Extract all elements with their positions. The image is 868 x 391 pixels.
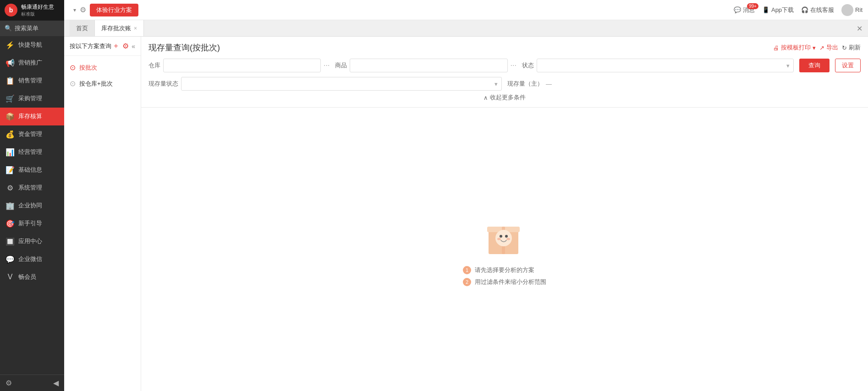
- sidebar-item-system[interactable]: ⚙ 系统管理: [0, 179, 64, 197]
- plan-list: ⊙ 按批次 ⊙ 按仓库+批次: [64, 56, 141, 391]
- warehouse-input[interactable]: [163, 59, 321, 72]
- topbar-gear-icon[interactable]: ⚙: [80, 5, 86, 14]
- step-2-text: 用过滤条件来缩小分析范围: [475, 278, 546, 286]
- collapse-panel-icon[interactable]: «: [132, 43, 135, 50]
- sidebar-item-label: 快捷导航: [18, 41, 42, 49]
- home-tab-label: 首页: [76, 24, 88, 33]
- app-title: 畅康通好生意: [21, 4, 54, 11]
- trial-button[interactable]: 体验行业方案: [90, 4, 138, 16]
- user-name: Rit: [855, 6, 863, 13]
- member-icon: V: [5, 273, 15, 281]
- plan-label: 按仓库+批次: [79, 80, 113, 88]
- status-select[interactable]: ▾: [537, 59, 794, 72]
- finance-icon: 💰: [5, 130, 15, 139]
- sidebar-item-label: 应用中心: [18, 237, 42, 245]
- sidebar-item-inventory[interactable]: 📦 库存核算: [0, 108, 64, 125]
- collapse-sidebar-icon[interactable]: ◀: [53, 379, 59, 387]
- plan-item-batch[interactable]: ⊙ 按批次: [64, 60, 141, 76]
- messages-badge: 99+: [747, 3, 758, 9]
- warehouse-label: 仓库: [148, 61, 160, 70]
- sidebar-item-purchase[interactable]: 🛒 采购管理: [0, 90, 64, 108]
- plan-settings-icon[interactable]: ⚙: [122, 42, 129, 50]
- content: 按以下方案查询 ＋ ⚙ « ⊙ 按批次 ⊙ 按仓库+批次: [64, 37, 868, 391]
- phone-icon: 📱: [762, 6, 769, 13]
- quick-nav-icon: ⚡: [5, 41, 15, 49]
- app-logo: b: [5, 4, 17, 16]
- settings-icon[interactable]: ⚙: [5, 379, 12, 387]
- status-label: 状态: [522, 61, 534, 70]
- empty-step-2: 2 用过滤条件来缩小分析范围: [463, 278, 546, 286]
- left-panel-actions: ＋ ⚙ «: [112, 41, 135, 51]
- sidebar: b 畅康通好生意 标准版 🔍 搜索菜单 ⚡ 快捷导航 📢 营销推广 📋 销售管理…: [0, 0, 64, 391]
- purchase-icon: 🛒: [5, 94, 15, 103]
- sidebar-item-label: 系统管理: [18, 184, 42, 192]
- collapse-filters-button[interactable]: ∧ 收起更多条件: [148, 91, 861, 102]
- plan-label: 按批次: [79, 64, 97, 72]
- sidebar-item-label: 企业微信: [18, 255, 42, 263]
- sidebar-item-finance[interactable]: 💰 资金管理: [0, 125, 64, 143]
- avatar: [841, 4, 853, 16]
- sidebar-item-appstore[interactable]: 🔲 应用中心: [0, 233, 64, 250]
- page-title: 现存量查询(按批次): [148, 42, 220, 53]
- user-profile[interactable]: Rit: [841, 4, 863, 16]
- guide-icon: 🎯: [5, 219, 15, 228]
- sidebar-item-wechat[interactable]: 💬 企业微信: [0, 250, 64, 268]
- settings-button[interactable]: 设置: [835, 59, 861, 72]
- sidebar-item-label: 销售管理: [18, 76, 42, 85]
- service-icon: 🎧: [801, 6, 808, 13]
- plan-item-warehouse-batch[interactable]: ⊙ 按仓库+批次: [64, 76, 141, 92]
- inventory-status-label: 现存量状态: [148, 80, 178, 88]
- topbar-right: 💬 消息 99+ 📱 App下载 🎧 在线客服 Rit: [734, 4, 863, 16]
- product-input[interactable]: [350, 59, 507, 72]
- sidebar-search[interactable]: 🔍 搜索菜单: [0, 21, 64, 36]
- tabs-bar: 首页 库存批次账 × ✕: [64, 20, 868, 37]
- add-plan-button[interactable]: ＋: [112, 41, 120, 51]
- left-panel: 按以下方案查询 ＋ ⚙ « ⊙ 按批次 ⊙ 按仓库+批次: [64, 37, 141, 391]
- active-tab-label: 库存批次账: [101, 24, 131, 33]
- sidebar-nav: ⚡ 快捷导航 📢 营销推广 📋 销售管理 🛒 采购管理 📦 库存核算 💰 资金管…: [0, 36, 64, 375]
- sidebar-item-quick-nav[interactable]: ⚡ 快捷导航: [0, 36, 64, 54]
- sidebar-item-basic[interactable]: 📝 基础信息: [0, 161, 64, 179]
- collapse-label: 收起更多条件: [490, 93, 526, 102]
- messages-button[interactable]: 💬 消息 99+: [734, 6, 755, 14]
- online-service-label: 在线客服: [810, 6, 834, 14]
- inventory-status-dropdown[interactable]: ▾: [181, 77, 502, 91]
- inventory-qty-label: 现存量（主）: [507, 80, 543, 88]
- query-button[interactable]: 查询: [799, 59, 830, 72]
- sidebar-item-marketing[interactable]: 📢 营销推广: [0, 54, 64, 72]
- marketing-icon: 📢: [5, 59, 15, 67]
- sidebar-item-member[interactable]: V 畅会员: [0, 268, 64, 286]
- print-button[interactable]: 🖨 按模板打印 ▾: [773, 43, 816, 52]
- sidebar-item-operations[interactable]: 📊 经营管理: [0, 143, 64, 161]
- plan-inactive-icon: ⊙: [70, 79, 76, 88]
- tab-inventory-batch[interactable]: 库存批次账 ×: [95, 20, 144, 36]
- app-title-block: 畅康通好生意 标准版: [21, 4, 54, 17]
- topbar-left: ▾ ⚙ 体验行业方案: [70, 4, 729, 16]
- export-button[interactable]: ↗ 导出: [819, 43, 838, 52]
- status-dropdown-arrow: ▾: [786, 62, 790, 69]
- tabs-close-all-button[interactable]: ✕: [857, 24, 863, 33]
- page-header: 现存量查询(按批次) 🖨 按模板打印 ▾ ↗ 导出 ↻: [141, 37, 868, 108]
- empty-steps: 1 请先选择要分析的方案 2 用过滤条件来缩小分析范围: [463, 266, 546, 286]
- warehouse-more-icon[interactable]: ···: [324, 61, 330, 70]
- product-more-icon[interactable]: ···: [511, 61, 516, 70]
- online-service-button[interactable]: 🎧 在线客服: [801, 6, 834, 14]
- refresh-button[interactable]: ↻ 刷新: [842, 43, 861, 52]
- sidebar-item-sales[interactable]: 📋 销售管理: [0, 72, 64, 90]
- app-download-button[interactable]: 📱 App下载: [762, 6, 794, 14]
- empty-state: 1 请先选择要分析的方案 2 用过滤条件来缩小分析范围: [141, 108, 868, 391]
- sidebar-item-guide[interactable]: 🎯 新手引导: [0, 215, 64, 233]
- empty-step-1: 1 请先选择要分析的方案: [463, 266, 546, 274]
- basic-icon: 📝: [5, 166, 15, 174]
- sidebar-item-enterprise[interactable]: 🏢 企业协同: [0, 197, 64, 215]
- tab-close-icon[interactable]: ×: [134, 25, 137, 32]
- page-title-row: 现存量查询(按批次) 🖨 按模板打印 ▾ ↗ 导出 ↻: [148, 42, 861, 53]
- tab-home[interactable]: 首页: [70, 20, 95, 36]
- step-2-num: 2: [463, 278, 471, 286]
- sidebar-footer: ⚙ ◀: [0, 375, 64, 391]
- app-version: 标准版: [21, 11, 54, 17]
- sales-icon: 📋: [5, 76, 15, 85]
- svg-point-3: [495, 230, 512, 246]
- step-1-text: 请先选择要分析的方案: [475, 266, 534, 274]
- step-1-num: 1: [463, 266, 471, 274]
